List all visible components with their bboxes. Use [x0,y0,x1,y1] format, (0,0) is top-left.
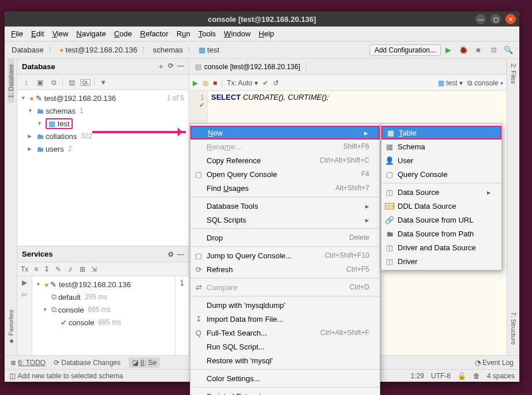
new-driver[interactable]: ◫ Driver [381,254,501,268]
toolwindow-database-tab[interactable]: 1: Database [8,59,14,103]
menu-code[interactable]: Code [110,28,136,40]
ctx-dump[interactable]: Dump with 'mysqldump' [190,298,380,312]
status-icon[interactable]: ◫ [9,372,16,380]
toolwindow-todo-tab[interactable]: ≣ 6: TODO [10,359,46,367]
menu-run[interactable]: Run [173,28,194,40]
jump-to-console-button[interactable]: QL [80,79,91,86]
menu-view[interactable]: View [48,28,72,40]
services-tool-icon[interactable]: ↧ [44,265,50,273]
new-data-source-url[interactable]: 🔗 Data Source from URL [381,213,501,227]
editor-tab-console[interactable]: ▤ console [test@192.168.20.136] [189,61,306,73]
toolwindow-files-tab[interactable]: 2: Files [510,59,517,88]
tree-users-row[interactable]: ▶🖿 users 2 [17,142,189,155]
target-console[interactable]: ⧉ console ▾ [467,79,503,87]
data-source-props-button[interactable]: ⧉ [48,78,59,86]
ctx-scripted-extensions[interactable]: Scripted Extensions▸ [190,389,380,395]
target-datasource[interactable]: ▦ test ▾ [438,79,463,87]
menu-tools[interactable]: Tools [194,28,220,40]
status-mem-icon[interactable]: 🗑 [473,372,480,380]
breadcrumb-schemas[interactable]: schemas [149,44,186,55]
new-schema[interactable]: ▦ Schema [381,140,501,153]
toolwindow-structure-tab[interactable]: 7: Structure [510,307,517,349]
hide-button[interactable]: — [177,62,184,72]
ctx-import-data[interactable]: ↧ Import Data from File... [190,312,380,326]
new-ddl-data-source[interactable]: DDL DDL Data Source [381,199,501,213]
breadcrumb-test[interactable]: ▦ test [195,44,223,55]
event-log-button[interactable]: ◔ Event Log [475,359,514,367]
synchronize-button[interactable]: ▤ [66,78,77,86]
ctx-color-settings[interactable]: Color Settings... [190,371,380,385]
menu-help[interactable]: Help [254,28,278,40]
add-data-source-button[interactable]: ＋ [158,62,164,72]
breadcrumb-database[interactable]: Database [8,44,47,55]
editor-stop-button[interactable]: ■ [213,79,217,87]
tx-mode-selector[interactable]: Tx: Auto ▾ [227,79,257,87]
toolwindow-dbchanges-tab[interactable]: ⟳ Database Changes [54,359,121,367]
project-structure-button[interactable]: ⧉ [488,44,499,56]
ctx-copy-reference[interactable]: Copy ReferenceCtrl+Alt+Shift+C [190,153,380,167]
maximize-button[interactable]: ▢ [490,14,501,24]
services-tree-default[interactable]: ⧉ default 295 ms [32,291,175,303]
database-tree[interactable]: ▼● ✎ test@192.168.20.136 1 of 5 ▼🖿 schem… [17,90,189,246]
toolwindow-favorites-tab[interactable]: ★ Favorites [7,305,14,349]
tree-test-schema-row[interactable]: ▼ ▦ test [17,117,189,130]
status-position[interactable]: 1:29 [411,372,424,380]
services-run-button[interactable]: ▶ [22,279,27,287]
debug-button[interactable]: 🐞 [458,44,469,56]
services-tree[interactable]: ▼● ✎ test@192.168.20.136 ⧉ default 295 m… [32,276,175,355]
rollback-button[interactable]: ↺ [273,79,279,87]
run-button[interactable]: ▶ [443,44,454,56]
services-tree-console-run[interactable]: ✔ console 695 ms [32,316,175,329]
services-attach-button[interactable]: ▻ [22,290,27,298]
new-user[interactable]: 👤 User [381,153,501,167]
menu-navigate[interactable]: Navigate [72,28,110,40]
ctx-find-usages[interactable]: Find UsagesAlt+Shift+7 [190,181,380,195]
filter-button[interactable]: ▼ [98,78,108,86]
ctx-drop[interactable]: DropDelete [190,231,380,244]
status-encoding[interactable]: UTF-8 [431,372,451,380]
tree-schemas-row[interactable]: ▼🖿 schemas 1 [17,104,189,117]
services-tool-icon[interactable]: ≡ [34,265,38,273]
refresh-button[interactable]: ⟳ [168,62,174,72]
editor-explain-button[interactable]: ◍ [203,79,208,87]
services-tool-icon[interactable]: ⊞ [80,265,85,273]
services-gear-button[interactable]: ✿ [168,250,174,258]
new-data-source-path[interactable]: 🖿 Data Source from Path [381,227,501,240]
ctx-open-query-console[interactable]: ▢ Open Query ConsoleF4 [190,167,380,181]
close-button[interactable]: ✕ [505,14,516,24]
menu-refactor[interactable]: Refactor [136,28,173,40]
status-lock-icon[interactable]: 🔓 [458,372,466,380]
search-everywhere-button[interactable]: 🔍 [503,44,514,56]
menu-window[interactable]: Window [220,28,254,40]
ctx-full-text-search[interactable]: Q Full-Text Search...Ctrl+Alt+Shift+F [190,326,380,340]
minimize-button[interactable]: — [475,14,486,24]
services-tool-icon[interactable]: ✎ [55,265,61,273]
toolwindow-services-tab[interactable]: ◪ 8: Se [129,358,160,368]
new-query-console[interactable]: ▢ Query Console [381,167,501,181]
services-tool-icon[interactable]: ⇲ [91,265,97,273]
ctx-sql-scripts[interactable]: SQL Scripts▸ [190,213,380,227]
menu-file[interactable]: File [7,28,27,40]
tree-connection-row[interactable]: ▼● ✎ test@192.168.20.136 1 of 5 [17,92,189,104]
new-driver-and-ds[interactable]: ◫ Driver and Data Source [381,240,501,254]
menu-edit[interactable]: Edit [27,28,48,40]
services-tree-console-group[interactable]: ▼⧉ console 695 ms [32,303,175,316]
ctx-refresh[interactable]: ⟳ RefreshCtrl+F5 [190,262,380,276]
commit-button[interactable]: ✔ [263,79,268,87]
ctx-new[interactable]: New▸ [190,126,380,140]
services-hide-button[interactable]: — [177,250,184,258]
services-tree-connection[interactable]: ▼● ✎ test@192.168.20.136 [32,278,175,291]
status-indent[interactable]: 4 spaces [487,372,515,380]
add-configuration-button[interactable]: Add Configuration... [369,44,441,56]
services-tool-icon[interactable]: ⫽ [67,265,74,273]
ctx-database-tools[interactable]: Database Tools▸ [190,199,380,213]
new-data-source[interactable]: ◫ Data Source▸ [381,185,501,199]
ctx-jump-to-console[interactable]: ▢ Jump to Query Console...Ctrl+Shift+F10 [190,249,380,262]
collapse-all-button[interactable]: ↕ [21,78,31,86]
new-table[interactable]: ▦ Table [381,126,501,140]
breadcrumb-connection[interactable]: ● test@192.168.20.136 [56,44,141,55]
ctx-run-sql-script[interactable]: Run SQL Script... [190,340,380,353]
stop-button[interactable]: ▣ [35,78,45,86]
stop-button[interactable]: ■ [473,44,484,56]
editor-run-button[interactable]: ▶ [193,79,198,87]
